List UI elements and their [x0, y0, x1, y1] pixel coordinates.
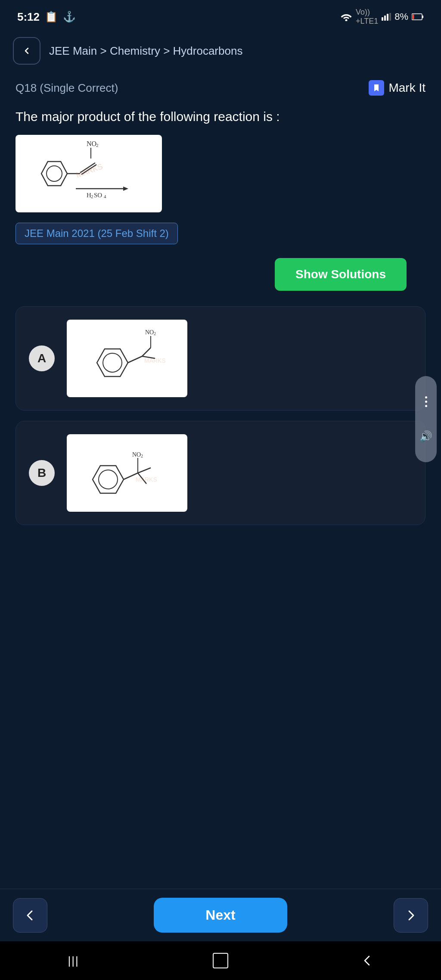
battery-percent: 8% — [394, 11, 408, 22]
mark-it-icon — [369, 80, 384, 96]
status-icons: Vo))+LTE1 8% — [340, 8, 424, 26]
svg-rect-3 — [387, 14, 388, 21]
mark-it-label: Mark It — [388, 81, 425, 95]
svg-point-33 — [99, 470, 118, 489]
option-b-letter: B — [29, 460, 55, 486]
svg-rect-4 — [389, 13, 391, 21]
svg-text:SO: SO — [94, 192, 102, 199]
audio-icon[interactable]: 🔊 — [419, 430, 432, 442]
breadcrumb: JEE Main > Chemistry > Hydrocarbons — [49, 44, 242, 58]
back-button[interactable] — [13, 37, 40, 65]
exam-tag: JEE Main 2021 (25 Feb Shift 2) — [16, 223, 178, 244]
menu-icon: ||| — [68, 954, 79, 968]
svg-text:NO: NO — [145, 329, 154, 336]
signal-bars-icon — [382, 13, 391, 21]
mark-it-button[interactable]: Mark It — [369, 80, 425, 96]
svg-text:NO: NO — [132, 451, 141, 458]
svg-marker-17 — [123, 187, 128, 191]
battery-icon — [412, 13, 424, 20]
option-a-image: NO 2 MARKS — [67, 320, 187, 397]
nav-bar: JEE Main > Chemistry > Hydrocarbons — [0, 30, 441, 72]
svg-line-38 — [138, 468, 151, 473]
option-b-image: NO 2 MARKS — [67, 434, 187, 512]
back-icon — [361, 955, 373, 967]
next-button[interactable]: Next — [154, 898, 287, 933]
chemical-diagram-container: NO 2 H 2 SO 4 MARKS — [16, 135, 425, 212]
prev-button[interactable] — [13, 898, 47, 933]
android-home-button[interactable] — [203, 948, 238, 974]
tag-container: JEE Main 2021 (25 Feb Shift 2) — [0, 212, 441, 251]
wifi-icon — [340, 12, 352, 21]
svg-text:2: 2 — [141, 454, 143, 458]
option-b-card[interactable]: B NO 2 MARKS — [16, 421, 425, 525]
svg-text:MARKS: MARKS — [136, 476, 157, 483]
next-arrow-button[interactable] — [394, 898, 428, 933]
question-text: The major product of the following react… — [0, 100, 441, 135]
svg-text:2: 2 — [96, 143, 99, 148]
android-navigation: ||| — [0, 941, 441, 980]
svg-point-9 — [47, 166, 62, 181]
svg-rect-6 — [413, 15, 414, 19]
svg-text:MARKS: MARKS — [75, 162, 104, 180]
svg-text:2: 2 — [154, 331, 156, 336]
option-a-letter: A — [29, 345, 55, 371]
svg-point-0 — [345, 19, 348, 22]
status-bar: 5:12 📋 ⚓ Vo))+LTE1 8% — [0, 0, 441, 30]
signal-text: Vo))+LTE1 — [356, 8, 378, 26]
status-icon-clipboard: 📋 — [45, 11, 58, 23]
options-container: A NO 2 MARKS B — [0, 299, 441, 532]
question-label: Q18 (Single Correct) — [16, 81, 118, 95]
svg-point-24 — [103, 353, 122, 372]
status-icon-anchor: ⚓ — [63, 11, 76, 23]
status-time: 5:12 — [17, 10, 40, 24]
svg-text:2: 2 — [91, 194, 93, 199]
svg-rect-1 — [382, 17, 383, 21]
home-icon — [213, 953, 228, 968]
scroll-handle[interactable]: 🔊 — [415, 376, 437, 462]
svg-text:NO: NO — [87, 140, 96, 147]
svg-line-25 — [128, 356, 142, 363]
scroll-dots — [425, 396, 427, 407]
svg-text:MARKS: MARKS — [144, 357, 166, 364]
svg-rect-2 — [384, 16, 386, 21]
show-solutions-button[interactable]: Show Solutions — [275, 258, 407, 291]
solutions-container: Show Solutions — [0, 251, 441, 299]
svg-rect-7 — [422, 16, 423, 18]
question-header: Q18 (Single Correct) Mark It — [0, 72, 441, 100]
bottom-navigation: Next — [0, 889, 441, 941]
android-back-button[interactable] — [350, 948, 385, 974]
svg-text:4: 4 — [104, 194, 106, 199]
option-a-card[interactable]: A NO 2 MARKS — [16, 306, 425, 411]
chemical-reaction-diagram: NO 2 H 2 SO 4 MARKS — [16, 135, 162, 212]
svg-marker-8 — [41, 162, 67, 186]
android-menu-button[interactable]: ||| — [56, 948, 91, 974]
svg-line-26 — [142, 348, 151, 356]
